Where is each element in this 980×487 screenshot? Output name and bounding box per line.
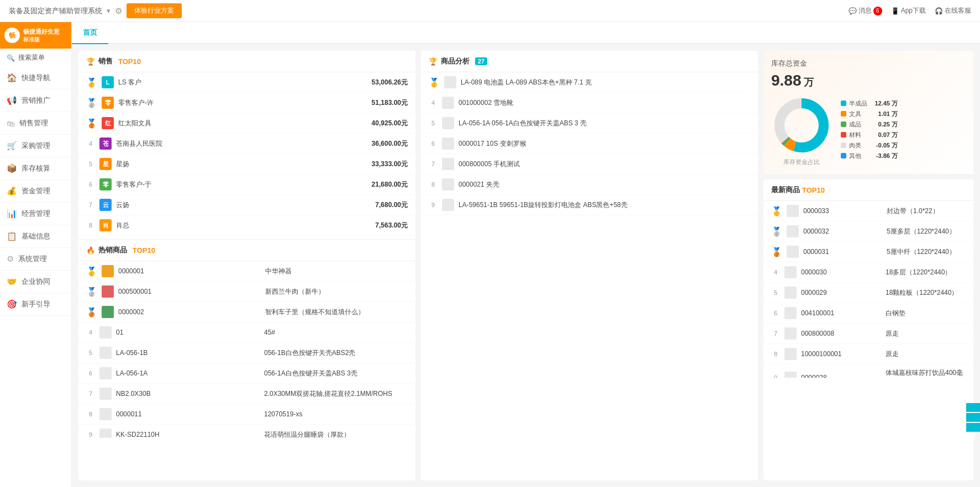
legend-dot	[841, 100, 846, 106]
customer-amount: 21,680.00元	[372, 180, 408, 189]
sidebar-item-marketing[interactable]: 📢 营销推广	[0, 89, 71, 112]
product-img	[442, 199, 454, 211]
product-img	[99, 367, 112, 379]
sidebar-item-company[interactable]: 🤝 企业协同	[0, 271, 71, 293]
sales-icon: 🛍	[7, 119, 15, 128]
rank-num: 8	[86, 222, 95, 229]
product-img	[99, 326, 112, 338]
product-img	[102, 265, 114, 277]
sales-products-header: 🏆 商品分析 27	[421, 51, 758, 72]
customer-name: 零售客户-许	[118, 98, 367, 108]
search-menu[interactable]: 🔍 搜索菜单	[0, 49, 71, 67]
inventory-unit: 万	[804, 76, 814, 89]
rank-num: 7	[771, 330, 780, 337]
rank-num: 9	[86, 431, 95, 438]
sidebar-item-guide[interactable]: 🎯 新手引导	[0, 293, 71, 316]
float-btn-community[interactable]: 服务社区	[966, 413, 980, 422]
basic-icon: 📋	[7, 231, 17, 241]
product-name: 056-1A白色按键开关盖ABS 3壳	[264, 369, 408, 378]
online-service-link[interactable]: 🎧 在线客服	[935, 6, 971, 15]
product-img	[787, 225, 799, 237]
hot-products-list: 🥇 0000001 中华神器 🥈 000500001 新西兰牛肉（新牛）	[78, 261, 415, 438]
app-download-link[interactable]: 📱 App下载	[891, 6, 926, 15]
sidebar-item-basic[interactable]: 📋 基础信息	[0, 225, 71, 248]
sidebar-item-system[interactable]: ⚙ 系统管理	[0, 248, 71, 271]
legend-item: 其他 -3.86 万	[841, 152, 898, 160]
donut-container: 库存资金占比	[771, 95, 832, 166]
product-img	[99, 347, 112, 359]
rank-num: 5	[86, 350, 95, 356]
product-img	[787, 205, 799, 217]
product-code: 0000031	[803, 248, 882, 256]
legend-val: 0.25 万	[870, 120, 898, 129]
list-item: 🥇 LA-089 电池盖 LA-089 ABS本色+黑种 7.1 克	[421, 72, 758, 93]
sidebar-logo: 畅 畅捷通好生意 标准版	[0, 22, 71, 49]
system-dropdown-icon[interactable]: ▾	[107, 7, 110, 15]
sidebar-item-sales[interactable]: 🛍 销售管理	[0, 112, 71, 135]
legend-val: -3.86 万	[870, 152, 898, 160]
product-img	[442, 137, 454, 150]
product-info: LA-056-1A 056-1A白色按键开关盖ABS 3 壳	[459, 119, 750, 128]
customer-amount: 40,925.00元	[372, 119, 408, 128]
inventory-amount: 9.88	[771, 72, 802, 89]
sales-products-card: 🏆 商品分析 27 🥇 LA-089 电池盖 LA-089 ABS本色+黑种 7…	[421, 51, 758, 480]
sidebar-item-inventory[interactable]: 📦 库存核算	[0, 157, 71, 180]
list-item: 8 0000021 夹壳	[421, 174, 758, 195]
company-icon: 🤝	[7, 277, 17, 287]
list-item: 7 000800008 原走	[763, 324, 973, 344]
rank-num: 8	[771, 351, 780, 357]
float-btn-live[interactable]: 直播	[966, 423, 980, 432]
legend-val: 0.07 万	[870, 131, 898, 139]
list-item: 7 云 云扬 7,680.00元	[78, 195, 415, 215]
sidebar-item-operation[interactable]: 📊 经营管理	[0, 203, 71, 225]
product-code: NB2.0X30B	[116, 390, 260, 398]
list-item: 6 0000017 10S 变刺罗猴	[421, 134, 758, 154]
list-item: 8 10000100001 原走	[763, 344, 973, 364]
list-item: 🥉 0000031 5厘中纤（1220*2440）	[763, 242, 973, 262]
top-bar-left: 装备及固定资产辅助管理系统 ▾ ⚙ 体验行业方案	[9, 3, 182, 18]
sidebar-label: 销售管理	[19, 118, 48, 128]
hot-products-header: 🔥 热销商品 TOP10	[78, 240, 415, 261]
product-img	[444, 76, 456, 88]
float-btn-service[interactable]: 客服热线	[966, 403, 980, 412]
product-img	[784, 307, 797, 319]
legend-item: 文具 1.01 万	[841, 110, 898, 118]
rank-num: 4	[86, 329, 95, 336]
message-link[interactable]: 💬 消息 6	[849, 6, 882, 15]
product-name: 5厘中纤（1220*2440）	[887, 247, 966, 257]
home-icon: 🏠	[7, 73, 17, 83]
product-img	[442, 178, 454, 190]
rank-num: 7	[429, 161, 438, 167]
legend-item: 成品 0.25 万	[841, 120, 898, 129]
tab-home[interactable]: 首页	[72, 22, 108, 44]
sidebar-item-finance[interactable]: 💰 资金管理	[0, 180, 71, 203]
product-name: 12070519-xs	[264, 410, 408, 418]
customer-name: 星扬	[116, 160, 367, 169]
list-item: 6 004100001 白钢垫	[763, 303, 973, 324]
trophy-icon: 🏆	[86, 57, 95, 66]
customer-name: 红太阳文具	[118, 119, 367, 128]
purchase-icon: 🛒	[7, 141, 17, 151]
new-products-list: 🥇 0000033 封边带（1.0*22） 🥈 0000032 5厘多层（122…	[763, 201, 973, 378]
legend-dot	[841, 111, 846, 117]
inventory-icon: 📦	[7, 163, 17, 173]
donut-chart	[771, 95, 832, 156]
legend-dot	[841, 153, 846, 158]
list-item: 🥉 红 红太阳文具 40,925.00元	[78, 113, 415, 134]
product-img	[442, 117, 454, 129]
trial-btn[interactable]: 体验行业方案	[127, 3, 182, 18]
rank-num: 7	[86, 390, 95, 397]
sidebar-item-purchase[interactable]: 🛒 采购管理	[0, 135, 71, 157]
list-item: 4 0000030 18多层（1220*2440）	[763, 262, 973, 283]
product-name: 新西兰牛肉（新牛）	[265, 287, 408, 297]
customer-name: LS 客户	[118, 78, 367, 87]
settings-icon[interactable]: ⚙	[115, 6, 122, 16]
legend-label: 半成品	[849, 99, 867, 108]
sidebar-logo-text: 畅捷通好生意 标准版	[23, 28, 60, 43]
product-code: KK-SD22110H	[116, 431, 260, 438]
product-name: 花语萌恒温分腿睡袋（厚款）	[264, 430, 408, 438]
product-name: 18颗粒板（1220*2440）	[886, 288, 966, 298]
top-bar: 装备及固定资产辅助管理系统 ▾ ⚙ 体验行业方案 💬 消息 6 📱 App下载 …	[0, 0, 980, 22]
sidebar-item-quick-nav[interactable]: 🏠 快捷导航	[0, 67, 71, 89]
operation-icon: 📊	[7, 209, 17, 219]
